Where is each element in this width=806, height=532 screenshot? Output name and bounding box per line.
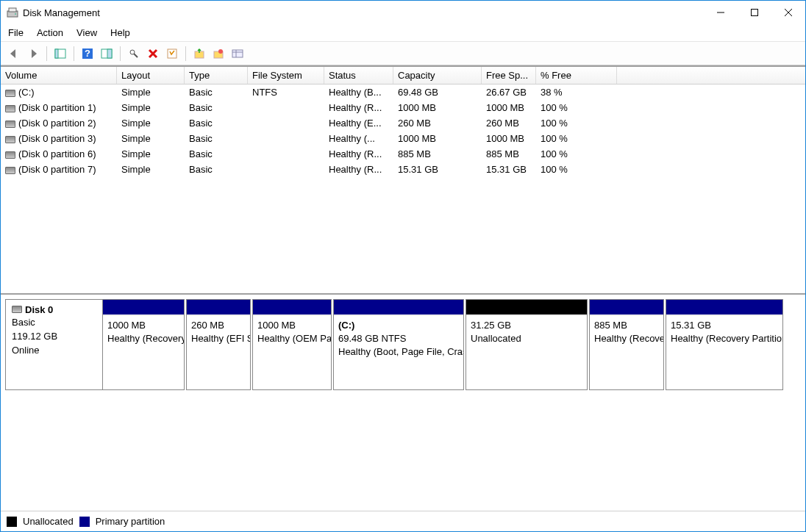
cell-volume: (Disk 0 partition 7): [1, 164, 117, 175]
volume-list-pane[interactable]: Volume Layout Type File System Status Ca…: [1, 67, 805, 295]
column-percent-free[interactable]: % Free: [536, 67, 617, 84]
column-layout[interactable]: Layout: [117, 67, 185, 84]
disk-graphical-area: Disk 0 Basic 119.12 GB Online 1000 MBHea…: [1, 295, 805, 531]
separator: [120, 46, 121, 61]
window: Disk Management File Action View Help ?: [0, 0, 806, 532]
minimize-button[interactable]: [704, 1, 738, 24]
cell-status: Healthy (...: [324, 133, 393, 144]
action2-button[interactable]: [210, 45, 227, 62]
partition-body: 885 MBHealthy (Recovery Partition): [590, 314, 663, 389]
cell-layout: Simple: [117, 133, 185, 144]
cell-volume: (C:): [1, 87, 117, 98]
volume-row[interactable]: (Disk 0 partition 6)SimpleBasicHealthy (…: [1, 146, 805, 162]
volume-row[interactable]: (C:)SimpleBasicNTFSHealthy (B...69.48 GB…: [1, 85, 805, 100]
show-hide-console-button[interactable]: [51, 45, 69, 62]
partition-header: [666, 300, 782, 314]
legend-bar: Unallocated Primary partition: [1, 511, 805, 531]
menu-file[interactable]: File: [8, 27, 24, 38]
cell-status: Healthy (R...: [324, 164, 393, 175]
legend-unallocated-label: Unallocated: [23, 516, 74, 527]
cell-type: Basic: [185, 133, 248, 144]
menu-view[interactable]: View: [76, 27, 97, 38]
cell-volume: (Disk 0 partition 6): [1, 148, 117, 159]
cell-capacity: 15.31 GB: [393, 164, 482, 175]
action1-button[interactable]: [190, 45, 208, 62]
menu-action[interactable]: Action: [37, 27, 63, 38]
delete-button[interactable]: [144, 45, 162, 62]
disk-name: Disk 0: [25, 304, 53, 315]
separator: [74, 46, 74, 61]
svg-text:?: ?: [85, 48, 90, 59]
partition-block[interactable]: (C:)69.48 GB NTFSHealthy (Boot, Page Fil…: [333, 299, 464, 390]
volume-rows: (C:)SimpleBasicNTFSHealthy (B...69.48 GB…: [1, 85, 805, 177]
titlebar[interactable]: Disk Management: [1, 1, 805, 24]
cell-free: 15.31 GB: [482, 164, 536, 175]
partition-block[interactable]: 1000 MBHealthy (Recovery Partition): [102, 299, 185, 390]
cell-filesystem: NTFS: [248, 87, 324, 98]
partition-body: 1000 MBHealthy (OEM Partition): [253, 314, 331, 389]
legend-primary-swatch: [79, 517, 90, 527]
volume-columns-header: Volume Layout Type File System Status Ca…: [1, 67, 805, 85]
column-volume[interactable]: Volume: [1, 67, 117, 84]
partition-header: [103, 300, 184, 314]
disk-size: 119.12 GB: [12, 329, 96, 343]
partition-size: 31.25 GB: [471, 319, 582, 332]
volume-row[interactable]: (Disk 0 partition 1)SimpleBasicHealthy (…: [1, 100, 805, 115]
volume-icon: [5, 90, 15, 97]
menu-help[interactable]: Help: [110, 27, 130, 38]
svg-rect-12: [107, 49, 112, 58]
back-button[interactable]: [5, 45, 23, 62]
partition-name: (C:): [338, 319, 459, 332]
partition-unallocated[interactable]: 31.25 GBUnallocated: [466, 299, 588, 390]
volume-row[interactable]: (Disk 0 partition 7)SimpleBasicHealthy (…: [1, 162, 805, 177]
settings-button[interactable]: [98, 45, 115, 62]
toolbar: ?: [1, 42, 805, 65]
cell-pct: 100 %: [536, 164, 617, 175]
forward-button[interactable]: [24, 45, 42, 62]
column-type[interactable]: Type: [185, 67, 248, 84]
partition-body: 1000 MBHealthy (Recovery Partition): [103, 314, 184, 389]
legend-unallocated-swatch: [7, 517, 17, 527]
column-filesystem[interactable]: File System: [248, 67, 324, 84]
cell-status: Healthy (E...: [324, 118, 393, 129]
column-status[interactable]: Status: [324, 67, 393, 84]
close-button[interactable]: [771, 1, 805, 24]
disk-label[interactable]: Disk 0 Basic 119.12 GB Online: [5, 299, 102, 390]
cell-layout: Simple: [117, 87, 185, 98]
cell-type: Basic: [185, 87, 248, 98]
separator: [185, 46, 186, 61]
svg-rect-19: [232, 50, 243, 57]
volume-row[interactable]: (Disk 0 partition 2)SimpleBasicHealthy (…: [1, 115, 805, 131]
action3-button[interactable]: [229, 45, 246, 62]
cell-pct: 100 %: [536, 102, 617, 113]
disk-type: Basic: [12, 315, 96, 329]
cell-pct: 100 %: [536, 148, 617, 159]
help-button[interactable]: ?: [79, 45, 96, 62]
cell-status: Healthy (R...: [324, 148, 393, 159]
menubar: File Action View Help: [1, 24, 805, 42]
svg-rect-4: [752, 10, 758, 16]
partition-size: 885 MB: [594, 319, 659, 332]
cell-layout: Simple: [117, 118, 185, 129]
partition-block[interactable]: 15.31 GBHealthy (Recovery Partition): [666, 299, 783, 390]
legend-primary-label: Primary partition: [96, 516, 165, 527]
partition-block[interactable]: 885 MBHealthy (Recovery Partition): [589, 299, 664, 390]
cell-type: Basic: [185, 102, 248, 113]
partition-block[interactable]: 1000 MBHealthy (OEM Partition): [252, 299, 332, 390]
partition-size: 15.31 GB: [671, 319, 778, 332]
cell-free: 885 MB: [482, 148, 536, 159]
cell-capacity: 1000 MB: [393, 133, 482, 144]
column-capacity[interactable]: Capacity: [393, 67, 482, 84]
disk-pane[interactable]: Disk 0 Basic 119.12 GB Online 1000 MBHea…: [1, 295, 805, 398]
cell-pct: 100 %: [536, 118, 617, 129]
partition-status: Healthy (Boot, Page File, Crash Dump, Pr…: [338, 345, 459, 359]
cell-volume: (Disk 0 partition 1): [1, 102, 117, 113]
partition-body: 260 MBHealthy (EFI System Partition): [187, 314, 250, 389]
column-free-space[interactable]: Free Sp...: [482, 67, 536, 84]
maximize-button[interactable]: [738, 1, 771, 24]
volume-row[interactable]: (Disk 0 partition 3)SimpleBasicHealthy (…: [1, 131, 805, 146]
properties-button[interactable]: [163, 45, 181, 62]
refresh-button[interactable]: [125, 45, 143, 62]
partition-status: Unallocated: [471, 332, 582, 345]
partition-block[interactable]: 260 MBHealthy (EFI System Partition): [186, 299, 251, 390]
